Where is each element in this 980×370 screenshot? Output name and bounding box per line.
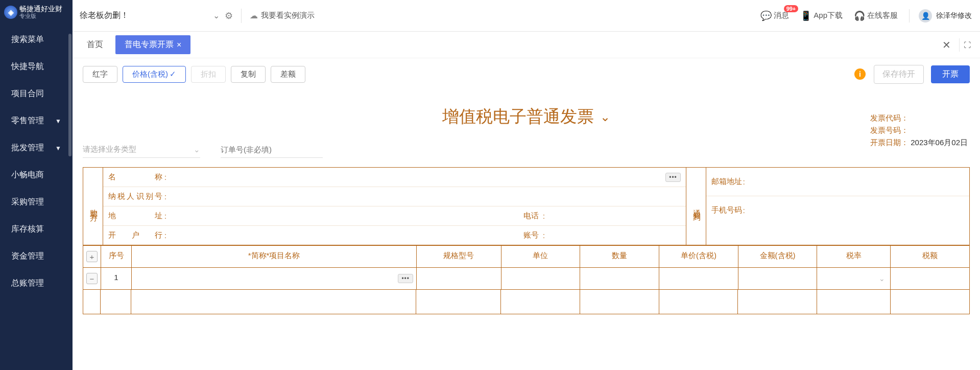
support-button[interactable]: 🎧 在线客服 xyxy=(854,10,898,21)
tax-price-button[interactable]: 价格(含税)✓ xyxy=(123,66,186,83)
sidebar-item-label: 项目合同 xyxy=(11,88,44,99)
support-label: 在线客服 xyxy=(867,11,898,20)
col-tax: 税额 xyxy=(891,246,969,267)
buyer-fields: 名 称: ••• 纳税人识别号: 地 址: 电话: 开 户 行: 账号: xyxy=(103,168,686,245)
demo-label: 我要看实例演示 xyxy=(261,11,315,20)
empty-rate xyxy=(817,290,891,314)
sidebar-item-quick-nav[interactable]: 快捷导航 xyxy=(0,53,73,80)
top-header: 徐老板勿删！ ⌄ ⚙ ☁ 我要看实例演示 💬 消息 99+ 📱 App下载 🎧 … xyxy=(73,0,980,32)
tab-invoice[interactable]: 普电专票开票 × xyxy=(115,35,190,54)
close-all-tabs-icon[interactable]: ✕ xyxy=(937,39,956,51)
org-selector[interactable]: 徐老板勿删！ ⌄ ⚙ xyxy=(80,10,233,21)
invoice-meta: 发票代码： 发票号码： 开票日期：2023年06月02日 xyxy=(870,112,968,149)
brand-name: 畅捷通好业财 xyxy=(19,5,62,13)
chevron-down-icon: ▼ xyxy=(55,118,61,125)
notify-email-input[interactable] xyxy=(745,176,964,187)
logo-icon: ◈ xyxy=(4,6,17,19)
row-rate-cell[interactable]: ⌄ xyxy=(817,268,891,289)
buyer-taxid-input[interactable] xyxy=(166,191,681,202)
add-row-button[interactable]: + xyxy=(86,251,98,262)
notify-section-cell: 通知到 xyxy=(686,168,706,245)
save-pending-button[interactable]: 保存待开 xyxy=(874,65,924,84)
messages-badge: 99+ xyxy=(784,5,799,12)
invoice-number-label: 发票号码： xyxy=(870,126,909,134)
item-picker-button[interactable]: ••• xyxy=(398,274,413,283)
col-spec: 规格型号 xyxy=(417,246,501,267)
invoice-button[interactable]: 开票 xyxy=(931,65,970,83)
invoice-title-row: 增值税电子普通发票 ⌄ 发票代码： 发票号码： 开票日期：2023年06月02日 xyxy=(73,90,980,145)
buyer-name-more-button[interactable]: ••• xyxy=(665,173,681,182)
chevron-down-icon: ⌄ xyxy=(600,110,610,124)
selector-row: 请选择业务类型 ⌄ xyxy=(73,145,980,167)
buyer-phone-input[interactable] xyxy=(548,212,681,220)
invoice-title-selector[interactable]: 增值税电子普通发票 ⌄ xyxy=(442,105,610,128)
headset-icon: 🎧 xyxy=(854,10,865,21)
items-table: + 序号 *简称*项目名称 规格型号 单位 数量 单价(含税) 金额(含税) 税… xyxy=(83,246,970,314)
business-type-placeholder: 请选择业务类型 xyxy=(83,145,136,154)
col-amount: 金额(含税) xyxy=(738,246,818,267)
remove-row-button[interactable]: − xyxy=(86,273,98,284)
empty-amount xyxy=(738,290,817,314)
cloud-icon: ☁ xyxy=(250,11,258,20)
sidebar-item-purchase[interactable]: 采购管理 xyxy=(0,189,73,216)
sidebar-item-funds[interactable]: 资金管理 xyxy=(0,243,73,270)
messages-button[interactable]: 💬 消息 99+ xyxy=(760,10,789,21)
sidebar-item-search-menu[interactable]: 搜索菜单 xyxy=(0,26,73,53)
logo-area: ◈ 畅捷通好业财 专业版 xyxy=(0,0,73,26)
buyer-account-label: 账号 xyxy=(523,230,539,240)
buyer-address-label: 地 址 xyxy=(108,211,163,221)
tab-home[interactable]: 首页 xyxy=(78,35,112,54)
app-download-button[interactable]: 📱 App下载 xyxy=(800,10,843,21)
notify-fields: 邮箱地址: 手机号码: xyxy=(706,168,969,245)
close-icon[interactable]: × xyxy=(177,40,181,50)
row-tax-cell[interactable] xyxy=(891,268,969,289)
remove-row-cell: − xyxy=(83,268,101,289)
buyer-section-cell: 购买方 xyxy=(83,168,103,245)
row-spec-cell[interactable] xyxy=(417,268,501,289)
row-qty-cell[interactable] xyxy=(580,268,659,289)
sidebar-item-wholesale[interactable]: 批发管理▼ xyxy=(0,134,73,161)
empty-qty xyxy=(580,290,659,314)
tabs-bar: 首页 普电专票开票 × ✕ ⛶ xyxy=(73,32,980,58)
row-name-cell[interactable]: ••• xyxy=(132,268,417,289)
scrollbar[interactable] xyxy=(68,34,71,156)
red-button[interactable]: 红字 xyxy=(83,66,117,83)
row-unit-cell[interactable] xyxy=(501,268,581,289)
buyer-bank-label: 开 户 行 xyxy=(108,230,163,240)
sidebar-item-ecommerce[interactable]: 小畅电商 xyxy=(0,161,73,189)
invoice-code-label: 发票代码： xyxy=(870,113,909,122)
empty-handle xyxy=(83,290,101,314)
order-number-input[interactable] xyxy=(221,145,323,158)
buyer-bank-input[interactable] xyxy=(166,230,366,241)
sidebar-item-inventory[interactable]: 库存核算 xyxy=(0,216,73,243)
diff-button[interactable]: 差额 xyxy=(271,66,305,83)
buyer-name-input[interactable] xyxy=(166,172,665,182)
sidebar-item-label: 零售管理 xyxy=(11,115,44,126)
buyer-taxid-label: 纳税人识别号 xyxy=(108,192,163,201)
sidebar-item-label: 库存核算 xyxy=(11,224,44,235)
fullscreen-icon[interactable]: ⛶ xyxy=(959,38,975,52)
sidebar-item-ledger[interactable]: 总账管理 xyxy=(0,270,73,297)
business-type-select[interactable]: 请选择业务类型 ⌄ xyxy=(83,145,200,158)
sidebar-item-retail[interactable]: 零售管理▼ xyxy=(0,107,73,134)
info-icon[interactable]: i xyxy=(854,68,866,80)
row-amount-cell[interactable] xyxy=(738,268,818,289)
buyer-account-input[interactable] xyxy=(548,231,681,240)
chevron-down-icon: ⌄ xyxy=(194,145,200,154)
content-area: 增值税电子普通发票 ⌄ 发票代码： 发票号码： 开票日期：2023年06月02日… xyxy=(73,90,980,370)
buyer-address-input[interactable] xyxy=(166,211,366,221)
sidebar-items: 搜索菜单 快捷导航 项目合同 零售管理▼ 批发管理▼ 小畅电商 采购管理 库存核… xyxy=(0,26,73,297)
sidebar-item-project-contract[interactable]: 项目合同 xyxy=(0,80,73,107)
sidebar-item-label: 总账管理 xyxy=(11,278,44,289)
discount-button: 折扣 xyxy=(191,66,226,83)
notify-mobile-input[interactable] xyxy=(745,205,964,216)
tab-label: 首页 xyxy=(87,39,103,50)
invoice-form: 购买方 名 称: ••• 纳税人识别号: 地 址: 电话: xyxy=(83,167,970,246)
demo-link[interactable]: ☁ 我要看实例演示 xyxy=(250,11,315,20)
copy-button[interactable]: 复制 xyxy=(231,66,266,83)
user-area[interactable]: 👤 徐泽华修改 xyxy=(909,9,972,22)
notify-email-label: 邮箱地址 xyxy=(711,177,742,187)
row-price-cell[interactable] xyxy=(659,268,738,289)
gear-icon[interactable]: ⚙ xyxy=(225,10,233,21)
brand-sub: 专业版 xyxy=(19,13,62,19)
